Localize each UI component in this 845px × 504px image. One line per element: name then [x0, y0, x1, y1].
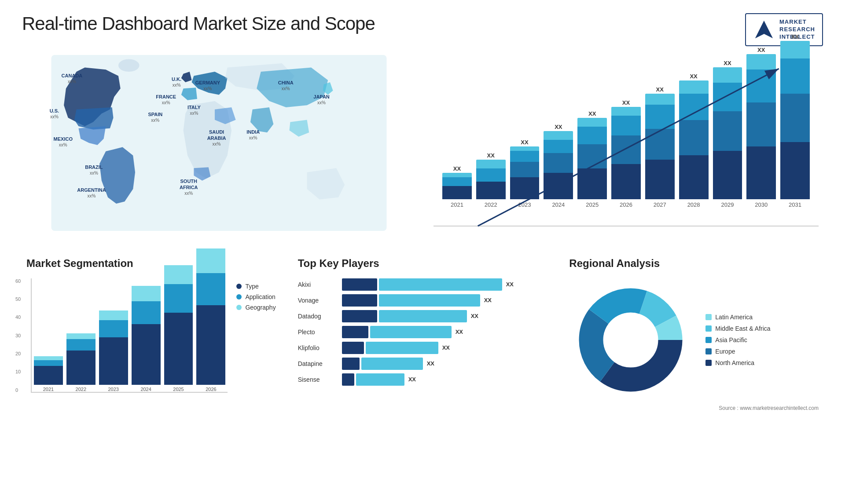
players-list: Akixi XX Vonage XX Datadog	[298, 278, 547, 386]
bar-seg-light	[442, 173, 472, 177]
seg-app-bar	[99, 320, 128, 337]
bar-chart-section: XX 2021 XX 2022	[429, 55, 823, 240]
stacked-bar-2022	[476, 160, 506, 199]
bar-seg-light	[577, 118, 607, 127]
map-label-italy: ITALYxx%	[187, 104, 201, 116]
bar-2029: XX 2029	[713, 60, 742, 208]
map-label-japan: JAPANxx%	[313, 94, 329, 106]
seg-app-bar	[196, 273, 225, 305]
seg-geo-bar	[99, 310, 128, 320]
bar-seg-dark	[746, 146, 776, 199]
bar-2031: XX 2031	[780, 33, 810, 208]
donut-container: Latin America Middle East & Africa Asia …	[569, 278, 819, 402]
stacked-bar-2026	[611, 107, 641, 199]
stacked-bar-2021	[442, 173, 472, 199]
regional-legend: Latin America Middle East & Africa Asia …	[705, 314, 770, 366]
bar-seg-dark	[442, 186, 472, 199]
application-color-dot	[236, 294, 242, 299]
seg-year-2023: 2023	[108, 387, 118, 392]
bar-seg-dark	[476, 182, 506, 199]
player-sisense: Sisense XX	[298, 373, 547, 386]
bar-seg-mid	[746, 69, 776, 102]
legend-asia-pacific: Asia Pacific	[705, 336, 770, 343]
stacked-bar-2030	[746, 54, 776, 199]
seg-geo-bar	[66, 333, 96, 339]
seg-bar-2026: 2026	[196, 248, 225, 392]
seg-geo-bar	[196, 248, 225, 273]
seg-geo-bar	[132, 286, 161, 301]
map-label-brazil: BRAZILxx%	[85, 164, 103, 176]
seg-chart-area-wrapper: 60 50 40 30 20 10 0	[26, 278, 228, 393]
klipfolio-bar: XX	[342, 342, 547, 354]
datapine-bar: XX	[342, 358, 547, 370]
segmentation-section: Market Segmentation 60 50 40 30 20 10 0	[22, 253, 280, 416]
logo-icon	[753, 18, 775, 40]
vonage-dark-bar	[342, 294, 377, 307]
akixi-teal-bar	[379, 278, 502, 291]
donut-chart-svg	[569, 278, 692, 402]
bar-seg-dark	[679, 155, 709, 199]
vonage-teal-bar	[379, 294, 480, 307]
stacked-bar-2031	[780, 41, 810, 199]
bar-chart-wrapper: XX 2021 XX 2022	[434, 59, 819, 235]
stacked-bar-2027	[645, 94, 675, 199]
seg-bar-2024: 2024	[132, 286, 161, 392]
bar-seg-light	[746, 54, 776, 69]
regional-title: Regional Analysis	[569, 257, 819, 270]
stacked-bar-2023	[510, 146, 540, 199]
legend-middle-east-africa: Middle East & Africa	[705, 325, 770, 332]
seg-geo-bar	[164, 265, 193, 284]
seg-bar-2021: 2021	[34, 356, 63, 392]
stacked-bar-2024	[544, 131, 573, 199]
seg-year-2022: 2022	[76, 387, 86, 392]
players-title: Top Key Players	[298, 257, 547, 270]
bar-2030: XX 2030	[746, 47, 776, 208]
bar-seg-mid2	[713, 111, 742, 151]
seg-legend: Type Application Geography	[236, 278, 276, 311]
bar-seg-mid2	[780, 94, 810, 142]
map-labels-layer: CANADAxx% U.S.xx% MEXICOxx% BRAZILxx% AR…	[22, 55, 416, 231]
bar-2026: XX 2026	[611, 99, 641, 208]
datadog-teal-bar	[379, 310, 467, 322]
bar-2028: XX 2028	[679, 73, 709, 208]
player-plecto: Plecto XX	[298, 326, 547, 338]
seg-bar-2025: 2025	[164, 265, 193, 392]
page-header: Real-time Dashboard Market Size and Scop…	[22, 13, 823, 46]
seg-type-bar	[196, 305, 225, 385]
middle-east-africa-color	[705, 325, 712, 332]
svg-marker-1	[755, 21, 764, 38]
bar-seg-mid	[510, 151, 540, 162]
bar-seg-mid2	[544, 153, 573, 173]
bar-seg-mid	[611, 116, 641, 135]
seg-year-2026: 2026	[206, 387, 216, 392]
seg-year-2025: 2025	[173, 387, 184, 392]
bar-2021: XX 2021	[442, 165, 472, 208]
bar-seg-mid2	[645, 129, 675, 160]
bar-seg-mid	[645, 105, 675, 129]
map-label-spain: SPAINxx%	[148, 111, 162, 123]
seg-app-bar	[34, 360, 63, 366]
bar-seg-dark	[510, 177, 540, 199]
datadog-bar: XX	[342, 310, 547, 322]
geography-color-dot	[236, 305, 242, 310]
sisense-teal-bar	[356, 373, 404, 386]
legend-latin-america: Latin America	[705, 314, 770, 321]
bar-seg-mid2	[577, 144, 607, 168]
player-datapine: Datapine XX	[298, 358, 547, 370]
bar-seg-mid2	[510, 162, 540, 177]
seg-legend-type: Type	[236, 283, 276, 290]
bar-seg-mid2	[679, 120, 709, 155]
bar-2024: XX 2024	[544, 124, 573, 208]
bar-seg-dark	[577, 168, 607, 199]
legend-europe: Europe	[705, 348, 770, 355]
sisense-bar: XX	[342, 373, 547, 386]
seg-type-bar	[66, 351, 96, 385]
bar-seg-light	[510, 146, 540, 151]
bar-seg-dark	[544, 173, 573, 199]
seg-type-bar	[99, 337, 128, 385]
players-section: Top Key Players Akixi XX Vonage XX	[294, 253, 552, 416]
map-label-saudi: SAUDIARABIAxx%	[207, 129, 226, 147]
segmentation-title: Market Segmentation	[26, 257, 276, 270]
bar-seg-mid	[476, 168, 506, 182]
seg-legend-application: Application	[236, 293, 276, 300]
